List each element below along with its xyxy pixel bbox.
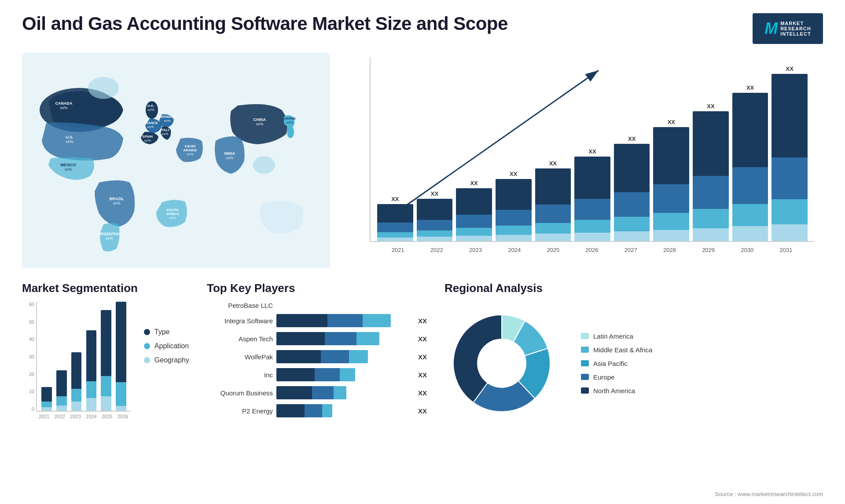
svg-point-2 xyxy=(88,77,119,99)
player-xx-label: XX xyxy=(418,371,427,379)
bar-group-2022: XX xyxy=(417,62,453,241)
player-xx-label: XX xyxy=(418,335,427,343)
svg-text:CHINA: CHINA xyxy=(254,117,266,122)
segmentation-title: Market Segmentation xyxy=(22,281,189,295)
svg-text:xx%: xx% xyxy=(105,236,113,241)
donut-legend-item: Middle East & Africa xyxy=(581,346,652,354)
seg-chart-wrapper: 60 50 40 30 20 10 0 20212022202320242025… xyxy=(22,302,131,429)
donut-legend-item: Asia Pacific xyxy=(581,360,652,367)
svg-text:GERMANY: GERMANY xyxy=(158,115,177,119)
svg-text:xx%: xx% xyxy=(286,121,293,124)
svg-text:xx%: xx% xyxy=(113,201,120,205)
svg-text:xx%: xx% xyxy=(144,139,151,142)
bottom-section: Market Segmentation 60 50 40 30 20 10 0 xyxy=(0,273,845,501)
bar-group-2026: XX xyxy=(574,62,610,241)
bar-group-2031: XX xyxy=(772,62,808,241)
seg-x-labels: 202120222023202420252026 xyxy=(36,414,131,419)
svg-text:FRANCE: FRANCE xyxy=(143,121,158,125)
seg-bar-4 xyxy=(100,302,112,411)
donut-area: Latin America Middle East & Africa Asia … xyxy=(445,302,823,425)
logo-text: MARKET RESEARCH INTELLECT xyxy=(780,21,811,37)
player-bar xyxy=(276,368,355,381)
header: Oil and Gas Accounting Software Market S… xyxy=(0,0,845,53)
legend-item: Application xyxy=(144,342,189,350)
seg-bar-3 xyxy=(85,302,97,411)
logo-area: M MARKET RESEARCH INTELLECT xyxy=(753,13,823,44)
svg-text:U.S.: U.S. xyxy=(66,135,73,139)
seg-bar-5 xyxy=(115,302,127,411)
seg-chart-area: 60 50 40 30 20 10 0 20212022202320242025… xyxy=(22,302,189,429)
seg-bar-0 xyxy=(40,302,53,411)
svg-text:BRAZIL: BRAZIL xyxy=(110,197,124,201)
svg-text:xx%: xx% xyxy=(60,106,67,110)
logo-line1: MARKET xyxy=(780,21,811,26)
svg-text:ITALY: ITALY xyxy=(160,128,170,132)
players-list: PetroBase LLCIntegra SoftwareXXAspen Tec… xyxy=(207,302,427,417)
svg-text:INDIA: INDIA xyxy=(224,151,235,156)
seg-bar-area xyxy=(36,302,131,412)
svg-point-5 xyxy=(253,156,275,174)
player-xx-label: XX xyxy=(418,317,427,325)
donut-legend-item: Europe xyxy=(581,373,652,381)
player-row: Aspen TechXX xyxy=(207,332,427,345)
donut-legend-item: Latin America xyxy=(581,332,652,340)
donut-legend-item: North America xyxy=(581,387,652,394)
player-row: WolfePakXX xyxy=(207,350,427,363)
svg-text:U.K.: U.K. xyxy=(147,104,154,108)
player-row: IncXX xyxy=(207,368,427,381)
svg-text:ARABIA: ARABIA xyxy=(183,148,197,152)
svg-text:xx%: xx% xyxy=(256,122,263,126)
player-bar xyxy=(276,332,379,345)
player-xx-label: XX xyxy=(418,407,427,415)
bar-group-2029: XX xyxy=(693,62,729,241)
bar-group-2023: XX xyxy=(456,62,492,241)
bar-group-2021: XX xyxy=(377,62,413,241)
svg-text:xx%: xx% xyxy=(164,119,170,123)
player-name: PetroBase LLC xyxy=(207,302,273,309)
svg-text:SPAIN: SPAIN xyxy=(142,135,153,139)
legend-item: Geography xyxy=(144,356,189,364)
svg-text:xx%: xx% xyxy=(162,132,168,136)
player-name: WolfePak xyxy=(207,353,273,361)
logo-box: M MARKET RESEARCH INTELLECT xyxy=(753,13,823,44)
player-bar xyxy=(276,350,368,363)
svg-text:xx%: xx% xyxy=(226,156,233,160)
players-section: Top Key Players PetroBase LLCIntegra Sof… xyxy=(207,281,427,493)
seg-bar-1 xyxy=(55,302,68,411)
player-bar xyxy=(276,404,332,417)
player-row: Quorum BusinessXX xyxy=(207,386,427,399)
bar-group-2030: XX xyxy=(732,62,768,241)
player-bar xyxy=(276,314,391,327)
donut-legend: Latin America Middle East & Africa Asia … xyxy=(581,332,652,394)
svg-text:xx%: xx% xyxy=(66,139,73,144)
svg-text:JAPAN: JAPAN xyxy=(284,117,296,121)
player-xx-label: XX xyxy=(418,353,427,361)
svg-text:xx%: xx% xyxy=(187,152,193,156)
donut-chart xyxy=(445,302,568,425)
svg-text:AFRICA: AFRICA xyxy=(166,212,179,216)
source-text: Source : www.marketresearchintellect.com xyxy=(715,491,823,497)
bar-group-2024: XX xyxy=(496,62,532,241)
world-map-svg: CANADA xx% U.S. xx% MEXICO xx% BRAZIL xx… xyxy=(22,53,330,268)
seg-bar-2 xyxy=(70,302,83,411)
player-name: Integra Software xyxy=(207,317,273,325)
bar-group-2025: XX xyxy=(535,62,571,241)
svg-point-4 xyxy=(287,126,294,138)
player-xx-label: XX xyxy=(418,389,427,397)
player-row: Integra SoftwareXX xyxy=(207,314,427,327)
svg-text:xx%: xx% xyxy=(147,125,154,129)
player-name: Aspen Tech xyxy=(207,335,273,343)
logo-line3: INTELLECT xyxy=(780,31,811,37)
player-row: P2 EnergyXX xyxy=(207,404,427,417)
world-map-section: CANADA xx% U.S. xx% MEXICO xx% BRAZIL xx… xyxy=(22,53,330,268)
svg-text:SAUDI: SAUDI xyxy=(185,144,196,148)
svg-text:xx%: xx% xyxy=(147,108,154,112)
svg-text:ARGENTINA: ARGENTINA xyxy=(97,232,121,236)
seg-y-labels: 60 50 40 30 20 10 0 xyxy=(22,302,34,412)
segmentation-section: Market Segmentation 60 50 40 30 20 10 0 xyxy=(22,281,189,493)
page-title: Oil and Gas Accounting Software Market S… xyxy=(22,13,508,34)
players-title: Top Key Players xyxy=(207,281,427,295)
regional-section: Regional Analysis Latin America Middle E… xyxy=(445,281,823,493)
bar-group-2027: XX xyxy=(614,62,650,241)
player-name: Inc xyxy=(207,371,273,379)
